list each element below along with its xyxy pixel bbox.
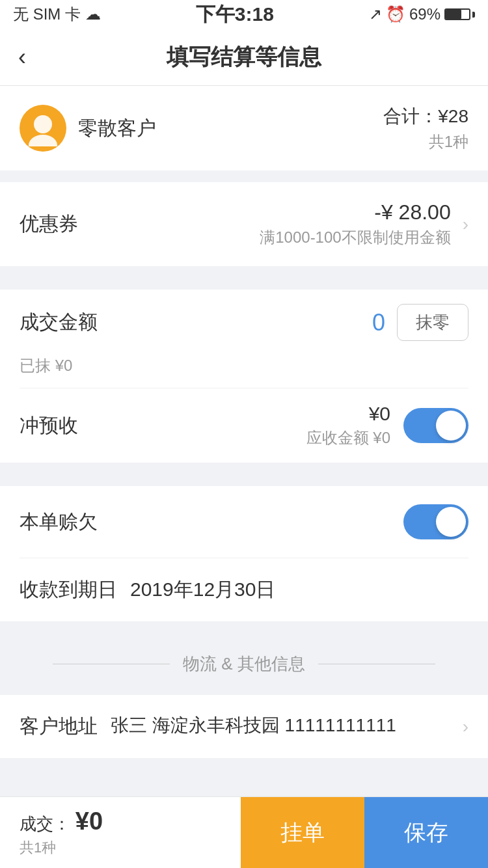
status-right: ↗ ⏰ 69% (369, 5, 475, 23)
separator-2 (0, 474, 488, 486)
debt-row: 本单赊欠 (0, 486, 488, 558)
transaction-input-area: 0 抹零 (346, 304, 468, 341)
nav-bar: ‹ 填写结算等信息 (0, 29, 488, 86)
chevron-right-icon: › (463, 214, 468, 235)
svg-point-0 (34, 115, 52, 133)
customer-row[interactable]: 零散客户 合计：¥28 共1种 (0, 86, 488, 170)
transaction-row: 成交金额 0 抹零 (0, 290, 488, 355)
content: 零散客户 合计：¥28 共1种 优惠券 -¥ 28.00 满1000-100不限… (0, 86, 488, 848)
debt-label: 本单赊欠 (20, 509, 98, 536)
prepay-right: ¥0 应收金额 ¥0 (306, 403, 468, 448)
bottom-trans-line: 成交： ¥0 (20, 807, 241, 835)
prepay-toggle[interactable] (403, 408, 468, 443)
logistics-header: 物流 & 其他信息 (0, 653, 488, 675)
bottom-info: 成交： ¥0 共1种 (0, 807, 241, 858)
logistics-section: 物流 & 其他信息 (0, 633, 488, 695)
logistics-line-left (53, 664, 170, 664)
coupon-right: -¥ 28.00 满1000-100不限制使用金额 › (260, 200, 468, 248)
customer-name: 零散客户 (78, 115, 156, 142)
debt-toggle-knob (436, 507, 466, 537)
bottom-count: 共1种 (20, 838, 241, 858)
prepay-sub: 应收金额 ¥0 (306, 427, 390, 448)
no-sim-text: 无 SIM 卡 ☁ (13, 4, 101, 25)
prepay-vals: ¥0 应收金额 ¥0 (306, 403, 390, 448)
transaction-section: 成交金额 0 抹零 已抹 ¥0 冲预收 ¥0 应收金额 ¥0 (0, 290, 488, 463)
coupon-section: 优惠券 -¥ 28.00 满1000-100不限制使用金额 › (0, 182, 488, 266)
debt-toggle[interactable] (403, 504, 468, 539)
battery-icon (444, 8, 475, 20)
due-date-value: 2019年12月30日 (130, 576, 275, 603)
coupon-label: 优惠券 (20, 211, 78, 237)
coupon-value-block: -¥ 28.00 满1000-100不限制使用金额 (260, 200, 450, 248)
coupon-row[interactable]: 优惠券 -¥ 28.00 满1000-100不限制使用金额 › (0, 182, 488, 266)
coupon-desc: 满1000-100不限制使用金额 (260, 227, 450, 248)
customer-avatar (20, 105, 66, 152)
address-label: 客户地址 (20, 713, 98, 740)
hang-button[interactable]: 挂单 (241, 797, 364, 868)
logistics-title: 物流 & 其他信息 (183, 653, 305, 675)
battery-percent: 69% (409, 5, 441, 23)
customer-total: 合计：¥28 (383, 104, 468, 129)
address-left: 客户地址 张三 海淀永丰科技园 11111111111 (20, 713, 396, 740)
separator-1 (0, 278, 488, 290)
address-row[interactable]: 客户地址 张三 海淀永丰科技园 11111111111 › (0, 695, 488, 758)
due-date-row[interactable]: 收款到期日 2019年12月30日 (0, 558, 488, 621)
debt-section: 本单赊欠 收款到期日 2019年12月30日 (0, 486, 488, 621)
address-value: 张三 海淀永丰科技园 11111111111 (111, 713, 396, 738)
customer-left: 零散客户 (20, 105, 156, 152)
transaction-sub: 已抹 ¥0 (0, 355, 488, 388)
customer-section: 零散客户 合计：¥28 共1种 (0, 86, 488, 170)
address-chevron-icon: › (463, 716, 468, 737)
prepay-row: 冲预收 ¥0 应收金额 ¥0 (0, 388, 488, 463)
svg-point-1 (29, 135, 57, 146)
status-bar: 无 SIM 卡 ☁ 下午3:18 ↗ ⏰ 69% (0, 0, 488, 29)
bottom-btn-group: 挂单 保存 (241, 797, 488, 868)
page-title: 填写结算等信息 (167, 42, 321, 72)
bottom-bar: 成交： ¥0 共1种 挂单 保存 (0, 796, 488, 868)
back-button[interactable]: ‹ (18, 44, 26, 71)
status-left: 无 SIM 卡 ☁ (13, 4, 101, 25)
bottom-trans-amount: ¥0 (75, 807, 103, 835)
due-date-label: 收款到期日 (20, 576, 117, 603)
alarm-icon: ⏰ (386, 5, 405, 23)
bottom-trans-label: 成交： (20, 814, 70, 834)
toggle-knob (436, 411, 466, 441)
prepay-amount: ¥0 (306, 403, 390, 425)
status-time: 下午3:18 (196, 1, 274, 28)
transaction-label: 成交金额 (20, 309, 98, 336)
address-section: 客户地址 张三 海淀永丰科技园 11111111111 › (0, 695, 488, 758)
logistics-line-right (318, 664, 435, 664)
save-button[interactable]: 保存 (364, 797, 488, 868)
prepay-label: 冲预收 (20, 413, 78, 439)
location-icon: ↗ (369, 5, 382, 23)
coupon-amount: -¥ 28.00 (260, 200, 450, 224)
customer-count: 共1种 (383, 131, 468, 152)
round-button[interactable]: 抹零 (397, 304, 468, 341)
transaction-value[interactable]: 0 (346, 309, 385, 336)
customer-right: 合计：¥28 共1种 (383, 104, 468, 152)
